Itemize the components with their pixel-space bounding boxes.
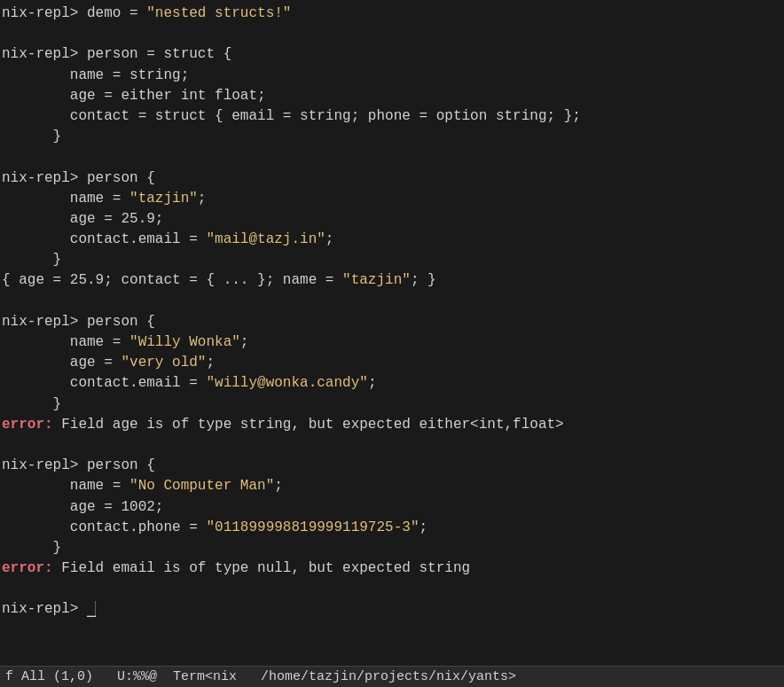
terminal-line: name = string;: [0, 66, 784, 86]
terminal-line: [0, 147, 784, 168]
terminal-line: age = either int float;: [0, 86, 784, 106]
terminal-line: contact = struct { email = string; phone…: [0, 106, 784, 127]
statusbar-text: f All (1,0) U:%%@ Term<nix /home/tazjin/…: [5, 669, 516, 684]
terminal-line: nix-repl> █: [0, 599, 784, 620]
terminal-line: error: Field age is of type string, but …: [0, 415, 784, 435]
terminal-line: age = "very old";: [0, 353, 784, 373]
terminal-line: contact.phone = "011899998819999119725-3…: [0, 518, 784, 538]
terminal-line: [0, 435, 784, 456]
terminal-line: nix-repl> demo = "nested structs!": [0, 4, 784, 24]
terminal-line: }: [0, 538, 784, 558]
terminal-line: [0, 579, 784, 599]
terminal-line: { age = 25.9; contact = { ... }; name = …: [0, 270, 784, 291]
terminal-line: error: Field email is of type null, but …: [0, 558, 784, 579]
terminal-line: [0, 24, 784, 44]
terminal-line: contact.email = "willy@wonka.candy";: [0, 373, 784, 394]
terminal-line: nix-repl> person {: [0, 456, 784, 476]
terminal-line: name = "No Computer Man";: [0, 476, 784, 496]
terminal-line: name = "Willy Wonka";: [0, 332, 784, 353]
terminal-line: contact.email = "mail@tazj.in";: [0, 230, 784, 250]
terminal: nix-repl> demo = "nested structs!" nix-r…: [0, 0, 784, 666]
terminal-line: [0, 292, 784, 312]
terminal-line: }: [0, 127, 784, 147]
terminal-line: nix-repl> person {: [0, 168, 784, 189]
terminal-line: }: [0, 394, 784, 415]
terminal-line: }: [0, 250, 784, 270]
terminal-line: age = 25.9;: [0, 209, 784, 230]
statusbar: f All (1,0) U:%%@ Term<nix /home/tazjin/…: [0, 666, 784, 687]
terminal-line: age = 1002;: [0, 497, 784, 518]
terminal-line: nix-repl> person {: [0, 312, 784, 332]
terminal-line: nix-repl> person = struct {: [0, 44, 784, 65]
terminal-line: name = "tazjin";: [0, 189, 784, 209]
